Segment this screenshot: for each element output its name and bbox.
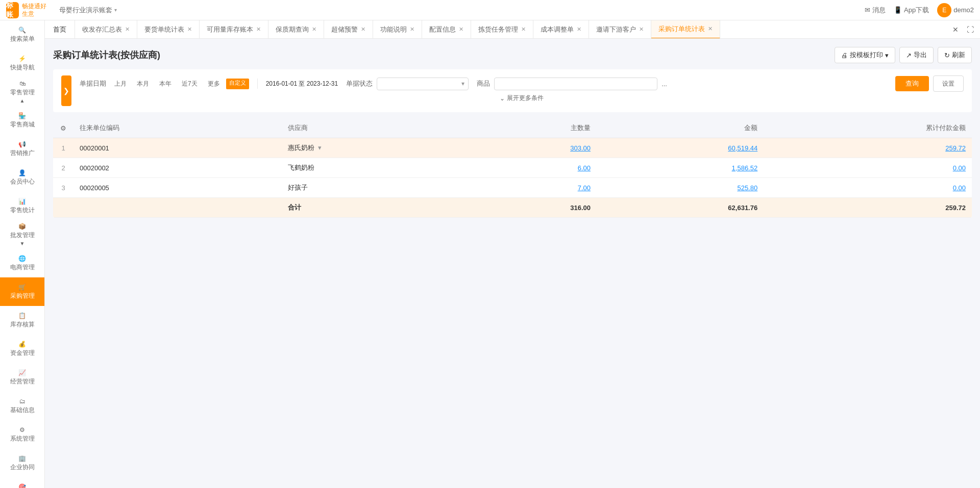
tab-close-purchase-summary[interactable]: ✕: [708, 25, 713, 32]
sidebar-item-retail-mall[interactable]: 🏪 零售商城: [0, 106, 44, 135]
sidebar-item-marketing[interactable]: 📢 营销推广: [0, 135, 44, 163]
shortcut-last-month[interactable]: 上月: [110, 79, 131, 89]
app-download-button[interactable]: 📱 App下载: [894, 6, 929, 15]
tab-close-pick-task[interactable]: ✕: [521, 26, 526, 33]
tab-close-invite-downstream[interactable]: ✕: [639, 26, 644, 33]
custom-tag: 自定义: [226, 79, 249, 89]
data-table: ⚙ 往来单位编码 供应商 主数量 金额 累计付款金额 1 00020001: [53, 118, 972, 218]
system-icon: ⚙: [19, 426, 25, 433]
logo-icon: 标账: [6, 2, 19, 18]
top-actions: ✉ 消息 📱 App下载 E demo2: [865, 3, 974, 17]
tab-purchase-summary[interactable]: 采购订单统计表 ✕: [651, 20, 720, 39]
sidebar-item-quick-nav[interactable]: ⚡ 快捷导航: [0, 49, 44, 78]
tab-config[interactable]: 配置信息 ✕: [422, 20, 471, 39]
tab-goods-summary[interactable]: 要货单统计表 ✕: [137, 20, 200, 39]
tab-func-desc[interactable]: 功能说明 ✕: [373, 20, 422, 39]
tab-home[interactable]: 首页: [45, 20, 75, 39]
tab-cost-adjust[interactable]: 成本调整单 ✕: [533, 20, 589, 39]
user-menu-button[interactable]: E demo2: [937, 3, 974, 17]
sidebar-item-operations[interactable]: 📈 经营管理: [0, 363, 44, 392]
page-content: 采购订单统计表(按供应商) 🖨 按模板打印 ▾ ↗ 导出 ↻ 刷新: [45, 39, 980, 488]
expand-down-icon: ⌄: [500, 95, 505, 102]
settings-button[interactable]: 设置: [933, 75, 964, 92]
print-button[interactable]: 🖨 按模板打印 ▾: [835, 47, 895, 63]
sidebar-item-finance[interactable]: 💰 资金管理: [0, 335, 44, 363]
tab-fullscreen-icon[interactable]: ⛶: [965, 23, 976, 36]
shortcut-this-year[interactable]: 本年: [155, 79, 176, 89]
shortcut-7days[interactable]: 近7天: [178, 79, 202, 89]
status-select-wrapper: [377, 78, 469, 90]
workspace-selector[interactable]: 母婴行业演示账套 ▾: [59, 6, 856, 15]
gear-settings-icon[interactable]: ⚙: [60, 124, 66, 132]
marketing-icon: 📢: [18, 141, 26, 148]
sidebar-item-retail[interactable]: 🛍 零售管理 ▲: [0, 78, 44, 106]
page-header: 采购订单统计表(按供应商) 🖨 按模板打印 ▾ ↗ 导出 ↻ 刷新: [53, 47, 972, 63]
sidebar-item-ecommerce[interactable]: 🌐 电商管理: [0, 249, 44, 277]
filter-row: 单据日期 上月 本月 本年 近7天 更多 自定义: [80, 75, 964, 92]
retail-icon: 🛍: [19, 80, 26, 87]
sidebar-item-basic[interactable]: 🗂 基础信息: [0, 392, 44, 420]
export-button[interactable]: ↗ 导出: [899, 47, 934, 63]
more-filter-icon[interactable]: ...: [662, 80, 667, 88]
sidebar-item-system[interactable]: ⚙ 系统管理: [0, 420, 44, 449]
unit-code-1: 00020001: [74, 138, 282, 158]
amount-2: 1,586.52: [597, 158, 764, 178]
collapse-toggle[interactable]: ❯: [61, 75, 71, 106]
paid-3: 0.00: [764, 178, 972, 198]
expand-supplier-icon[interactable]: ▾: [318, 144, 322, 151]
goods-input[interactable]: [494, 78, 657, 90]
tab-close-collect-pay[interactable]: ✕: [125, 26, 130, 33]
tab-close-all-icon[interactable]: ✕: [950, 23, 961, 36]
quick-nav-icon: ⚡: [18, 55, 26, 62]
quantity-2: 6.00: [467, 158, 597, 178]
tab-close-config[interactable]: ✕: [459, 26, 463, 33]
table-row: 2 00020002 飞鹤奶粉 6.00 1,586.52 0.00: [53, 158, 972, 178]
table-footer-row: 合计 316.00 62,631.76 259.72: [53, 198, 972, 218]
tab-overstock[interactable]: 超储预警 ✕: [324, 20, 373, 39]
tab-close-cost-adjust[interactable]: ✕: [577, 26, 581, 33]
tab-bar-end: ✕ ⛶: [950, 23, 980, 36]
query-button[interactable]: 查询: [895, 76, 929, 91]
print-icon: 🖨: [841, 52, 848, 59]
tab-available-stock[interactable]: 可用量库存账本 ✕: [200, 20, 268, 39]
th-quantity: 主数量: [467, 118, 597, 138]
date-range-display: 2016-01-01 至 2023-12-31: [266, 80, 338, 88]
tab-collect-pay[interactable]: 收发存汇总表 ✕: [75, 20, 137, 39]
tab-close-goods-summary[interactable]: ✕: [187, 26, 192, 33]
sidebar-item-retail-stat[interactable]: 📊 零售统计: [0, 192, 44, 220]
tab-close-func-desc[interactable]: ✕: [410, 26, 414, 33]
sidebar-item-inventory[interactable]: 📋 库存核算: [0, 306, 44, 335]
table-header-row: ⚙ 往来单位编码 供应商 主数量 金额 累计付款金额: [53, 118, 972, 138]
message-button[interactable]: ✉ 消息: [865, 6, 886, 15]
tab-close-overstock[interactable]: ✕: [361, 26, 365, 33]
refresh-button[interactable]: ↻ 刷新: [938, 47, 972, 63]
shortcut-more[interactable]: 更多: [204, 79, 224, 89]
filter-divider: [257, 79, 258, 89]
sidebar-item-wholesale[interactable]: 📦 批发管理 ▼: [0, 220, 44, 249]
sidebar-item-search[interactable]: 🔍 搜索菜单: [0, 20, 44, 49]
refresh-icon: ↻: [944, 52, 950, 59]
th-unit-code: 往来单位编码: [74, 118, 282, 138]
tab-warranty[interactable]: 保质期查询 ✕: [268, 20, 324, 39]
export-icon: ↗: [906, 52, 912, 59]
shortcut-this-month[interactable]: 本月: [133, 79, 153, 89]
expand-button[interactable]: ⌄ 展开更多条件: [500, 94, 544, 102]
tab-close-warranty[interactable]: ✕: [312, 26, 316, 33]
status-select[interactable]: [377, 78, 469, 90]
sidebar-item-newbie[interactable]: 🎯 新手引导: [0, 477, 44, 488]
tab-invite-downstream[interactable]: 邀请下游客户 ✕: [589, 20, 651, 39]
table-row: 3 00020005 好孩子 7.00 525.80 0.00: [53, 178, 972, 198]
amount-3: 525.80: [597, 178, 764, 198]
footer-label: 合计: [282, 198, 467, 218]
ecommerce-icon: 🌐: [18, 255, 26, 262]
supplier-2: 飞鹤奶粉: [282, 158, 467, 178]
sidebar-item-member[interactable]: 👤 会员中心: [0, 163, 44, 192]
tab-close-available-stock[interactable]: ✕: [256, 26, 261, 33]
sidebar-item-purchase[interactable]: 🛒 采购管理: [0, 277, 44, 306]
top-bar: 标账 畅捷通好生意 母婴行业演示账套 ▾ ✉ 消息 📱 App下载 E demo…: [0, 0, 980, 20]
member-icon: 👤: [18, 169, 26, 176]
sidebar-item-enterprise[interactable]: 🏢 企业协同: [0, 449, 44, 477]
chevron-down-icon: ▼: [20, 241, 25, 246]
tab-pick-task[interactable]: 拣货任务管理 ✕: [471, 20, 533, 39]
th-supplier: 供应商: [282, 118, 467, 138]
